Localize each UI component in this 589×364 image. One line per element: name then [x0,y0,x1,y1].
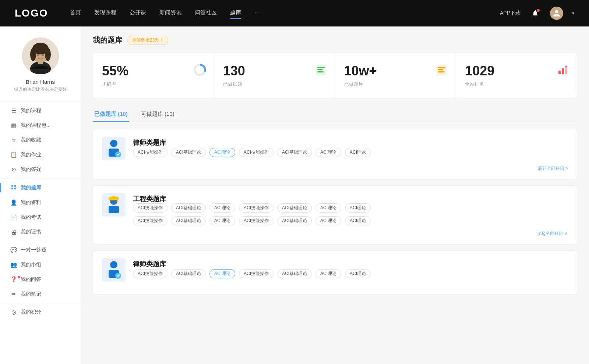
nav-question-bank[interactable]: 题库 [230,9,241,18]
eng-tag-r2-2[interactable]: ACI理论 [209,216,235,225]
sidebar-item-points[interactable]: ◎ 我的积分 [0,305,81,320]
eng-tag-1[interactable]: ACI基础理论 [171,203,206,213]
tag-4[interactable]: ACI基础理论 [277,148,312,157]
tabs-row: 已做题库 (10) 可做题库 (10) [93,107,577,122]
logo: LOGO [15,7,48,19]
donut-chart-icon [193,63,207,76]
svg-point-8 [37,54,39,56]
tag-6[interactable]: ACI理论 [345,148,371,157]
nav-news[interactable]: 新闻资讯 [159,9,181,18]
stat-icon-done-questions [314,63,328,76]
expand-lawyer-1[interactable]: 展开全部科目 > [102,165,568,172]
eng-tag-r2-0[interactable]: ACI技能操作 [133,216,167,225]
my-qa-icon: ❓ [10,276,17,283]
nav-right: APP下载 ▾ [500,7,574,20]
sidebar-item-course-package[interactable]: ▦ 我的课程包... [0,118,81,133]
l2-tag-3[interactable]: ACI技能操作 [239,269,274,278]
sidebar-label-profile: 我的资料 [21,199,41,206]
stat-label-done-questions: 已做试题 [223,81,326,88]
app-download-button[interactable]: APP下载 [500,10,521,17]
qb-card-lawyer-2: 律师类题库 ACI技能操作 ACI基础理论 ACI理论 ACI技能操作 ACI基… [93,250,577,295]
sidebar-item-my-qa[interactable]: ❓ 我的问答 [0,272,81,287]
trial-badge: 体验剩余23天！ [127,36,168,45]
l2-tag-2-selected[interactable]: ACI理论 [209,269,235,278]
tag-0[interactable]: ACI技能操作 [133,148,167,157]
svg-rect-13 [14,188,16,189]
qb-card-header-lawyer-2: 律师类题库 ACI技能操作 ACI基础理论 ACI理论 ACI技能操作 ACI基… [102,258,568,282]
sidebar-item-notes[interactable]: ✏ 我的笔记 [0,287,81,301]
sidebar-item-certificate[interactable]: 🖨 我的证书 [0,225,81,239]
sidebar-item-profile[interactable]: 👤 我的资料 [0,195,81,210]
nav-discover[interactable]: 发现课程 [94,9,116,18]
tag-2-selected[interactable]: ACI理论 [209,148,235,157]
sidebar-label-favorites: 我的收藏 [21,137,41,143]
stat-value-done-banks: 10w+ [344,63,447,79]
sidebar-label-points: 我的积分 [21,309,41,315]
eng-tag-r2-3[interactable]: ACI技能操作 [239,216,274,225]
stat-icon-correct-rate [193,63,207,76]
sidebar-item-favorites[interactable]: ☆ 我的收藏 [0,133,81,147]
l2-tag-1[interactable]: ACI基础理论 [171,269,206,278]
eng-tag-0[interactable]: ACI技能操作 [133,203,167,213]
user-motto: 错误的决定比没有决定要好 [8,86,73,93]
sidebar-label-homework: 我的作业 [21,151,41,158]
sidebar-label-my-course: 我的课程 [21,107,41,114]
stat-label-done-banks: 已做题库 [344,81,447,88]
svg-rect-34 [109,206,119,213]
sidebar-item-group[interactable]: 👥 我的小组 [0,257,81,272]
stat-site-rank: 1029 全站排名 [456,53,577,98]
collapse-engineer[interactable]: 收起全部科目 ∧ [102,231,568,237]
eng-tag-r2-5[interactable]: ACI理论 [315,216,341,225]
nav-open-course[interactable]: 公开课 [130,9,146,18]
tag-1[interactable]: ACI基础理论 [171,148,206,157]
person-icon [553,9,561,17]
nav-qa[interactable]: 问答社区 [195,9,217,18]
eng-tag-2[interactable]: ACI理论 [209,203,235,213]
tab-available-banks[interactable]: 可做题库 (10) [140,107,176,121]
notification-bell[interactable] [529,7,541,19]
eng-tag-r2-6[interactable]: ACI理论 [345,216,371,225]
user-avatar-circle [22,38,59,74]
user-name: Brian Harris [26,79,55,85]
sidebar-item-qa[interactable]: ⊙ 我的答疑 [0,162,81,177]
svg-point-7 [33,43,48,51]
tab-done-banks[interactable]: 已做题库 (10) [93,107,129,121]
stat-done-questions: 130 已做试题 [214,53,335,98]
l2-tag-6[interactable]: ACI理论 [345,269,371,278]
sidebar-label-question-bank: 我的题库 [21,185,41,191]
qb-tags-lawyer-2: ACI技能操作 ACI基础理论 ACI理论 ACI技能操作 ACI基础理论 AC… [133,269,371,278]
sidebar-label-exam: 我的考试 [21,214,41,221]
notes-icon: ✏ [10,291,17,297]
sidebar-item-one-on-one[interactable]: 💬 一对一答疑 [0,243,81,257]
eng-tag-r2-4[interactable]: ACI基础理论 [277,216,312,225]
stat-done-banks: 10w+ 已做题库 [335,53,456,98]
qb-card-header-lawyer-1: 律师类题库 ACI技能操作 ACI基础理论 ACI理论 ACI技能操作 ACI基… [102,137,568,160]
sidebar-label-one-on-one: 一对一答疑 [21,247,46,253]
eng-tag-4[interactable]: ACI基础理论 [277,203,312,213]
l2-tag-4[interactable]: ACI基础理论 [277,269,312,278]
qb-card-lawyer-1: 律师类题库 ACI技能操作 ACI基础理论 ACI理论 ACI技能操作 ACI基… [93,129,577,179]
l2-tag-0[interactable]: ACI技能操作 [133,269,167,278]
exam-icon: 📄 [10,214,17,221]
svg-rect-25 [558,71,561,74]
nav-more[interactable]: ··· [254,9,259,18]
nav-home[interactable]: 首页 [70,9,81,18]
l2-tag-5[interactable]: ACI理论 [315,269,341,278]
svg-rect-23 [438,69,443,70]
svg-rect-27 [565,66,567,74]
qb-card-content-lawyer-1: 律师类题库 ACI技能操作 ACI基础理论 ACI理论 ACI技能操作 ACI基… [133,137,371,157]
eng-tag-6[interactable]: ACI理论 [345,203,371,213]
eng-tag-3[interactable]: ACI技能操作 [239,203,274,213]
tag-5[interactable]: ACI理论 [315,148,341,157]
homework-icon: 📋 [10,151,17,158]
sidebar-item-exam[interactable]: 📄 我的考试 [0,210,81,225]
user-avatar[interactable] [550,7,563,20]
tag-3[interactable]: ACI技能操作 [239,148,274,157]
user-dropdown-arrow[interactable]: ▾ [572,11,574,16]
sidebar-item-question-bank[interactable]: 我的题库 [0,180,81,195]
sidebar-item-homework[interactable]: 📋 我的作业 [0,147,81,162]
qb-icon-lawyer-1 [102,137,126,160]
eng-tag-r2-1[interactable]: ACI基础理论 [171,216,206,225]
eng-tag-5[interactable]: ACI理论 [315,203,341,213]
sidebar-item-my-course[interactable]: ☰ 我的课程 [0,103,81,118]
